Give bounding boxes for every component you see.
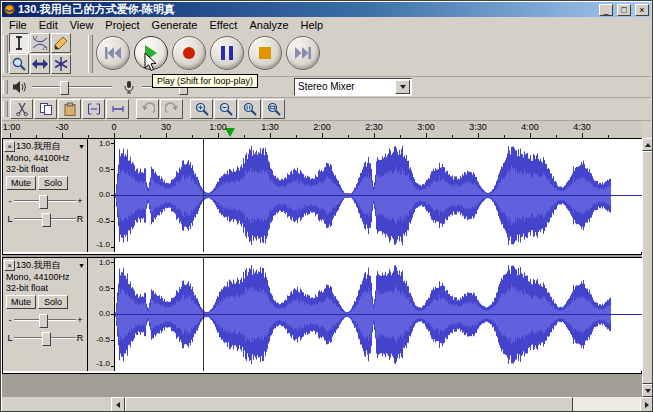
ruler-label: 4:00 <box>521 122 539 132</box>
gain-minus-label: - <box>6 196 14 206</box>
gain-slider[interactable] <box>14 313 76 327</box>
skip-to-start-button[interactable] <box>96 36 130 70</box>
fit-selection-icon <box>243 102 257 116</box>
ruler-label: -1:00 <box>2 122 20 132</box>
ruler-label: 2:30 <box>365 122 383 132</box>
close-button[interactable]: × <box>635 4 649 16</box>
track-2: × 130.我用自 ▼ Mono, 44100Hz 32-bit float M… <box>2 257 642 374</box>
scroll-right-button[interactable] <box>640 397 653 412</box>
scale-label: -1.0 <box>96 359 110 368</box>
menu-effect[interactable]: Effect <box>203 18 243 32</box>
scroll-up-button[interactable] <box>642 138 653 151</box>
ruler-label: -30 <box>55 122 68 132</box>
track-close-button[interactable]: × <box>4 260 15 271</box>
arrow-right-icon <box>645 402 649 408</box>
undo-button[interactable] <box>136 99 159 119</box>
audacity-window: 130.我用自己的方式爱你-陈明真 _ □ × File Edit View P… <box>0 0 653 412</box>
scroll-down-button[interactable] <box>642 384 653 397</box>
gain-thumb[interactable] <box>39 314 48 328</box>
menu-project[interactable]: Project <box>99 18 145 32</box>
tools-toolbar-gripper[interactable] <box>3 35 8 73</box>
menu-file[interactable]: File <box>3 18 33 32</box>
pause-button[interactable] <box>210 36 244 70</box>
zoom-in-icon <box>195 102 209 116</box>
window-title: 130.我用自己的方式爱你-陈明真 <box>18 2 595 17</box>
time-shift-tool-button[interactable] <box>30 54 50 74</box>
undo-icon <box>141 102 155 116</box>
track-1-control-panel: × 130.我用自 ▼ Mono, 44100Hz 32-bit float M… <box>3 139 88 252</box>
scale-label: 0.5 <box>99 284 110 293</box>
vertical-scroll-thumb[interactable] <box>642 151 653 384</box>
track-close-button[interactable]: × <box>4 141 15 152</box>
envelope-tool-button[interactable] <box>30 33 50 53</box>
gain-minus-label: - <box>6 315 14 325</box>
mute-button[interactable]: Mute <box>6 176 36 190</box>
copy-button[interactable] <box>34 99 57 119</box>
multi-tool-button[interactable] <box>51 54 71 74</box>
scale-label: 1.0 <box>99 258 110 267</box>
track-1-waveform[interactable] <box>115 139 642 252</box>
cut-button[interactable] <box>10 99 33 119</box>
edit-toolbar <box>2 98 651 121</box>
maximize-button[interactable]: □ <box>617 4 631 16</box>
output-volume-slider[interactable] <box>32 80 112 94</box>
ruler-label: 3:00 <box>417 122 435 132</box>
track-menu-arrow-icon[interactable]: ▼ <box>77 262 86 269</box>
track-1: × 130.我用自 ▼ Mono, 44100Hz 32-bit float M… <box>2 138 642 255</box>
pan-thumb[interactable] <box>42 332 51 346</box>
output-volume-thumb[interactable] <box>60 81 69 95</box>
zoom-tool-button[interactable] <box>9 54 29 74</box>
menu-edit[interactable]: Edit <box>33 18 64 32</box>
redo-button[interactable] <box>160 99 183 119</box>
copy-icon <box>39 102 53 116</box>
vertical-scrollbar[interactable] <box>642 138 653 397</box>
input-source-dropdown-button[interactable] <box>395 80 410 94</box>
horizontal-scroll-thumb[interactable] <box>125 397 573 412</box>
track-2-control-panel: × 130.我用自 ▼ Mono, 44100Hz 32-bit float M… <box>3 258 88 371</box>
horizontal-scrollbar[interactable] <box>111 397 653 412</box>
gain-thumb[interactable] <box>39 195 48 209</box>
track-sample-depth: 32-bit float <box>3 283 87 294</box>
input-source-select[interactable]: Stereo Mixer <box>294 78 412 96</box>
track-menu-arrow-icon[interactable]: ▼ <box>77 143 86 150</box>
zoom-in-button[interactable] <box>190 99 213 119</box>
draw-tool-button[interactable] <box>51 33 71 53</box>
skip-to-end-button[interactable] <box>286 36 320 70</box>
ruler-label: 2:00 <box>313 122 331 132</box>
pan-left-label: L <box>6 333 14 343</box>
record-button[interactable] <box>172 36 206 70</box>
menu-analyze[interactable]: Analyze <box>243 18 294 32</box>
stop-button[interactable] <box>248 36 282 70</box>
trim-button[interactable] <box>82 99 105 119</box>
solo-button[interactable]: Solo <box>38 176 68 190</box>
silence-button[interactable] <box>106 99 129 119</box>
pan-thumb[interactable] <box>42 213 51 227</box>
scale-label: 0.0 <box>99 309 110 318</box>
multi-tool-icon <box>54 57 68 71</box>
pause-icon <box>221 46 233 60</box>
time-shift-tool-icon <box>32 59 48 69</box>
edit-toolbar-gripper[interactable] <box>3 101 8 117</box>
cut-icon <box>15 102 29 116</box>
gain-slider[interactable] <box>14 194 76 208</box>
pan-slider[interactable] <box>14 212 76 226</box>
selection-tool-button[interactable] <box>9 33 29 53</box>
pan-slider[interactable] <box>14 331 76 345</box>
transport-toolbar-gripper[interactable] <box>88 35 93 73</box>
scroll-left-button[interactable] <box>111 397 125 412</box>
menu-view[interactable]: View <box>64 18 100 32</box>
minimize-button[interactable]: _ <box>599 4 613 16</box>
solo-button[interactable]: Solo <box>38 295 68 309</box>
timeline-ruler[interactable]: -1:00-300301:001:302:002:303:003:304:004… <box>2 121 642 139</box>
paste-icon <box>63 102 77 116</box>
menu-help[interactable]: Help <box>295 18 330 32</box>
mute-button[interactable]: Mute <box>6 295 36 309</box>
paste-button[interactable] <box>58 99 81 119</box>
mixer-toolbar-gripper[interactable] <box>3 80 8 94</box>
scale-label: 0.0 <box>99 190 110 199</box>
menu-generate[interactable]: Generate <box>146 18 204 32</box>
zoom-out-button[interactable] <box>214 99 237 119</box>
track-2-waveform[interactable] <box>115 258 642 371</box>
fit-project-button[interactable] <box>262 99 285 119</box>
fit-selection-button[interactable] <box>238 99 261 119</box>
